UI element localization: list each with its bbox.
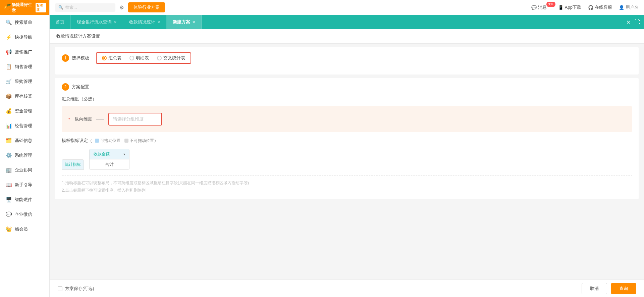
radio-detail[interactable]: 明细表 [129,55,149,61]
tab-receipt-stats[interactable]: 收款情况统计 ✕ [123,15,167,29]
sidebar-item-label: 销售管理 [15,64,32,70]
tip-2: 2.点击标题栏下拉可设置排序、插入列和删除列 [62,187,632,194]
sidebar-item-quicknav[interactable]: ⚡ 快捷导航 [0,30,49,45]
step2-section: 2 方案配置 汇总维度（必选） * 纵向维度 —— 请选择分组维度 模板指标设定 [55,78,639,199]
vertical-dimension-label: 纵向维度 [75,116,92,122]
sidebar-item-finance[interactable]: 💰 资金管理 [0,104,49,118]
sidebar-item-inventory[interactable]: 📦 库存核算 [0,89,49,104]
download-icon: 📱 [558,5,564,10]
radio-detail-label: 明细表 [136,55,149,61]
smart-hardware-icon: 🖥️ [5,196,12,203]
metrics-table: 收款金额 ▾ 合计 [89,149,129,170]
sidebar-item-management[interactable]: 📊 经营管理 [0,118,49,133]
legend-non-draggable-dot [124,139,128,143]
content-area: 收款情况统计方案设置 1 选择模板 汇总表 明细表 [50,29,644,297]
tab-bank-flow[interactable]: 现金银行流水查询 ✕ [71,15,123,29]
save-plan-checkbox[interactable] [58,286,62,291]
industry-btn[interactable]: 体验行业方案 [128,2,165,12]
save-plan-label: 方案保存(可选) [65,286,94,292]
sidebar-item-purchase[interactable]: 🛒 采购管理 [0,74,49,89]
main-area: 🔍 搜索... ⚙ 体验行业方案 💬 消息 99+ 📱 App下载 🎧 在线客服… [50,0,644,297]
home-label: 首页 [56,19,64,25]
tab-bank-flow-close[interactable]: ✕ [114,20,117,24]
message-icon: 💬 [531,5,537,10]
sidebar-item-label: 经营管理 [15,123,32,129]
legend-non-draggable: 不可拖动位置 [124,138,154,144]
system-icon: ⚙️ [5,152,12,159]
tab-new-plan[interactable]: 新建方案 ✕ [167,15,202,29]
sidebar-item-label: 搜索菜单 [15,19,32,26]
sidebar-item-label: 畅会员 [15,226,28,232]
wechat-icon: 💬 [5,211,12,218]
metrics-group-col: 统计指标 [62,146,84,170]
radio-cross-dot [157,56,162,60]
metrics-group-label: 统计指标 [65,162,81,167]
sidebar-item-marketing[interactable]: 📢 营销推广 [0,45,49,59]
cancel-button[interactable]: 取消 [582,283,607,294]
brand-badge: 标准版 [36,3,46,12]
message-btn[interactable]: 💬 消息 99+ [531,4,551,10]
sidebar-item-newbie[interactable]: 📖 新手引导 [0,178,49,192]
sidebar-item-label: 系统管理 [15,152,32,158]
template-radio-group: 汇总表 明细表 交叉统计表 [96,52,191,64]
user-name: 用户名 [626,4,639,10]
metrics-header-close: ） [154,138,158,144]
dimension-row: * 纵向维度 —— 请选择分组维度 [68,113,625,126]
step1-label: 选择模板 [72,55,89,61]
query-button[interactable]: 查询 [611,283,636,294]
step2-label: 方案配置 [72,84,89,90]
dimension-select-placeholder: 请选择分组维度 [113,116,144,122]
tab-bank-flow-label: 现金银行流水查询 [77,19,112,25]
tab-new-plan-close[interactable]: ✕ [192,20,195,24]
download-label: App下载 [565,4,581,10]
tip-1: 1.拖动标题栏可以调整布局，不可跨维度或指标区域拖动栏目字段(只能在同一维度或指… [62,180,632,187]
service-btn[interactable]: 🎧 在线客服 [588,4,612,10]
download-btn[interactable]: 📱 App下载 [558,4,581,10]
search-placeholder: 搜索... [65,5,77,10]
sidebar-item-label: 新手引导 [15,182,32,188]
logo-icon: 🍊 [3,4,12,12]
metrics-dropdown-icon[interactable]: ▾ [123,152,125,156]
radio-summary[interactable]: 汇总表 [102,55,121,61]
tab-home[interactable]: 首页 [50,15,71,29]
sidebar-item-wechat[interactable]: 💬 企业微信 [0,207,49,222]
step1-row: 1 选择模板 汇总表 明细表 交叉统计表 [62,52,632,64]
legend-draggable: 可拖动位置 [95,138,120,144]
sidebar: 🍊 畅捷通好生意 标准版 🔍 搜索菜单 ⚡ 快捷导航 📢 营销推广 📋 销售管理… [0,0,50,297]
footer: 方案保存(可选) 取消 查询 [50,280,644,297]
dimension-select[interactable]: 请选择分组维度 [108,113,162,126]
tab-expand-icon[interactable]: ⛶ [635,19,640,25]
dimension-section-title: 汇总维度（必选） [62,96,632,102]
corp-collab-icon: 🏢 [5,167,12,174]
sidebar-item-basic-info[interactable]: 🗂️ 基础信息 [0,133,49,148]
sidebar-item-search[interactable]: 🔍 搜索菜单 [0,15,49,30]
sidebar-item-corp-collab[interactable]: 🏢 企业协同 [0,163,49,178]
sidebar-item-vip[interactable]: 👑 畅会员 [0,222,49,237]
brand-name: 畅捷通好生意 [12,2,34,13]
quick-nav-icon: ⚡ [5,34,12,41]
sidebar-item-label: 资金管理 [15,108,32,114]
tips-area: 1.拖动标题栏可以调整布局，不可跨维度或指标区域拖动栏目字段(只能在同一维度或指… [62,175,632,194]
sidebar-item-sales[interactable]: 📋 销售管理 [0,59,49,74]
service-icon: 🎧 [588,5,593,10]
step2-row: 2 方案配置 [62,83,632,91]
basic-info-icon: 🗂️ [5,137,12,144]
inventory-icon: 📦 [5,93,12,100]
sidebar-item-label: 基础信息 [15,138,32,144]
tab-receipt-stats-close[interactable]: ✕ [157,20,160,24]
radio-cross[interactable]: 交叉统计表 [157,55,185,61]
tab-receipt-stats-label: 收款情况统计 [129,19,155,25]
page-title: 收款情况统计方案设置 [56,34,100,39]
user-info[interactable]: 👤 用户名 [619,4,639,10]
radio-detail-dot [129,56,134,60]
newbie-icon: 📖 [5,182,12,188]
footer-right: 取消 查询 [582,283,636,294]
dimension-area: * 纵向维度 —— 请选择分组维度 [62,106,632,132]
sidebar-item-system[interactable]: ⚙️ 系统管理 [0,148,49,163]
sidebar-item-smart-hardware[interactable]: 🖥️ 智能硬件 [0,192,49,207]
search-box[interactable]: 🔍 搜索... [55,3,115,12]
message-label: 消息 [538,4,547,10]
footer-left: 方案保存(可选) [58,286,94,292]
tab-close-icon[interactable]: ✕ [626,19,631,26]
settings-icon[interactable]: ⚙ [119,4,124,11]
